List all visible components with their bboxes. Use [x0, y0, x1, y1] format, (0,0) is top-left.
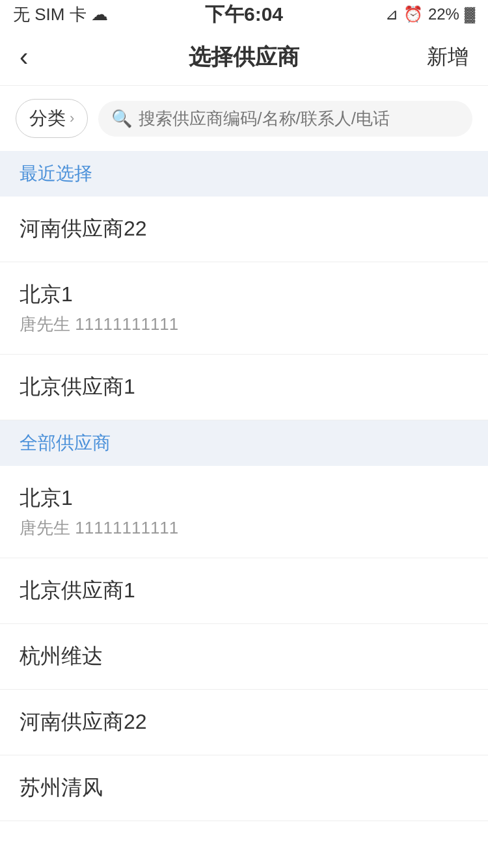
battery-level: 22% — [428, 5, 459, 23]
chevron-right-icon: › — [70, 110, 74, 127]
list-item[interactable]: 北京1唐先生 11111111111 — [0, 262, 488, 355]
item-name: 苏州清风 — [20, 774, 468, 802]
page-title: 选择供应商 — [189, 42, 299, 72]
item-name: 河南供应商22 — [20, 215, 468, 243]
item-name: 河南供应商22 — [20, 708, 468, 737]
search-bar: 分类 › 🔍 — [0, 86, 488, 151]
list-item[interactable]: 河南供应商22 — [0, 690, 488, 755]
search-input[interactable] — [139, 109, 459, 129]
alarm-icon: ⏰ — [403, 5, 423, 23]
search-input-wrapper: 🔍 — [98, 101, 472, 137]
status-time: 下午6:04 — [205, 1, 283, 28]
section-header-all: 全部供应商 — [0, 420, 488, 466]
nav-bar: ‹ 选择供应商 新增 — [0, 29, 488, 86]
category-label: 分类 — [29, 106, 66, 131]
status-bar: 无 SIM 卡 ☁ 下午6:04 ⊿ ⏰ 22% ▓ — [0, 0, 488, 29]
item-name: 北京1 — [20, 280, 468, 309]
back-button[interactable]: ‹ — [20, 42, 72, 72]
list-item[interactable]: 苏州清风 — [0, 755, 488, 821]
list-item[interactable]: 北京供应商1 — [0, 355, 488, 420]
item-sub: 唐先生 11111111111 — [20, 313, 468, 336]
list-item[interactable]: 杭州维达 — [0, 624, 488, 690]
location-icon: ⊿ — [385, 5, 398, 23]
list-item[interactable]: 河南供应商22 — [0, 197, 488, 262]
category-filter-button[interactable]: 分类 › — [16, 99, 88, 138]
item-name: 北京供应商1 — [20, 373, 468, 401]
search-icon: 🔍 — [111, 109, 132, 129]
item-name: 北京供应商1 — [20, 576, 468, 605]
list-item[interactable]: 北京1唐先生 11111111111 — [0, 466, 488, 558]
sim-status: 无 SIM 卡 ☁ — [13, 3, 108, 26]
item-sub: 唐先生 11111111111 — [20, 517, 468, 539]
section-header-recent: 最近选择 — [0, 151, 488, 197]
status-right: ⊿ ⏰ 22% ▓ — [385, 5, 475, 23]
status-left: 无 SIM 卡 ☁ — [13, 3, 108, 26]
item-name: 北京1 — [20, 484, 468, 513]
list-item[interactable]: 北京供应商1 — [0, 558, 488, 624]
item-name: 杭州维达 — [20, 642, 468, 671]
battery-icon: ▓ — [465, 6, 475, 23]
sections-container: 最近选择河南供应商22北京1唐先生 11111111111北京供应商1全部供应商… — [0, 151, 488, 821]
add-button[interactable]: 新增 — [427, 43, 468, 72]
